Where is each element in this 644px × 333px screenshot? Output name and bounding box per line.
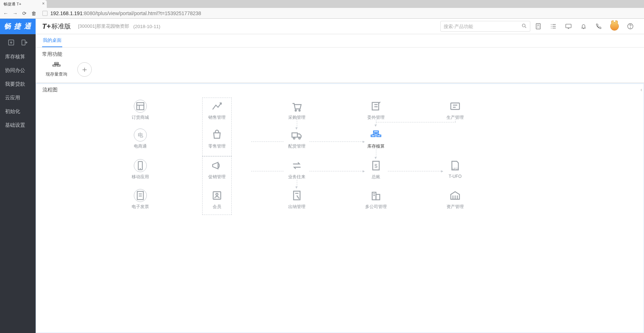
calculator-icon[interactable] — [535, 23, 542, 30]
node-label: 资产管理 — [446, 204, 464, 210]
tab-desktop[interactable]: 我的桌面 — [42, 34, 62, 47]
flow-node-mobile[interactable]: 移动应用 — [124, 159, 157, 180]
nav-back-icon[interactable]: ← — [3, 10, 9, 16]
node-label: 总账 — [372, 174, 380, 180]
production-icon — [449, 100, 462, 113]
collapse-icon[interactable]: ‹ — [640, 87, 642, 93]
flow-node-inventory-costing[interactable]: 库存核算 — [360, 129, 392, 149]
connector — [309, 171, 363, 171]
svg-rect-45 — [372, 103, 379, 110]
connector — [376, 122, 456, 122]
message-icon[interactable] — [565, 23, 572, 30]
sidebar-item-collab[interactable]: 协同办公 — [0, 64, 36, 77]
sidebar: 库存核算 协同办公 我要贷款 云应用 初始化 基础设置 — [0, 34, 36, 333]
flow-node-promotion[interactable]: 促销管理 — [201, 159, 233, 180]
quick-title: 常用功能 — [36, 48, 644, 61]
help-icon[interactable] — [627, 23, 634, 30]
svg-text:$: $ — [375, 163, 378, 169]
node-label: 促销管理 — [208, 174, 226, 180]
node-label: 生产管理 — [446, 114, 464, 121]
flow-node-outsource[interactable]: 委外管理 — [360, 100, 392, 121]
flow-node-retail[interactable]: 零售管理 — [201, 129, 233, 149]
flow-node-production[interactable]: 生产管理 — [439, 100, 471, 121]
quick-panel: 常用功能 现存量查询 ＋ — [36, 48, 644, 83]
svg-rect-54 — [372, 192, 376, 200]
svg-rect-21 — [55, 62, 58, 63]
node-label: 移动应用 — [132, 174, 149, 180]
main-area: 库存核算 协同办公 我要贷款 云应用 初始化 基础设置 我的桌面 常用功能 现存… — [0, 34, 644, 333]
svg-rect-47 — [371, 135, 375, 137]
svg-rect-22 — [53, 65, 56, 66]
list-icon[interactable] — [550, 23, 557, 30]
svg-rect-23 — [57, 65, 60, 66]
flow-node-sales[interactable]: 销售管理 — [201, 100, 233, 121]
svg-point-19 — [10, 42, 12, 43]
sales-icon — [210, 100, 223, 113]
page-icon — [42, 11, 47, 16]
sidebar-item-inventory[interactable]: 库存核算 — [0, 50, 36, 64]
flow-node-einvoice[interactable]: 电子发票 — [124, 189, 157, 210]
quick-item-stock-query[interactable]: 现存量查询 — [46, 61, 67, 77]
avatar-icon[interactable] — [610, 22, 619, 31]
flow-node-asset[interactable]: 资产管理 — [439, 189, 471, 210]
flow-node-ledger[interactable]: $ 总账 — [360, 159, 392, 180]
search-box[interactable] — [440, 21, 530, 32]
home-icon[interactable] — [7, 39, 15, 46]
trash-icon[interactable]: 🗑 — [31, 10, 37, 16]
flow-node-cashier[interactable]: 出纳管理 — [281, 189, 313, 210]
sidebar-item-init[interactable]: 初始化 — [0, 105, 36, 118]
url-port: :8080 — [82, 10, 95, 16]
outsource-icon — [369, 100, 382, 113]
transfer-icon — [290, 159, 303, 172]
logout-icon[interactable] — [21, 39, 28, 46]
sidebar-item-cloud[interactable]: 云应用 — [0, 91, 36, 105]
svg-rect-20 — [22, 40, 25, 45]
inventory-icon — [369, 129, 382, 141]
close-icon[interactable]: × — [42, 1, 45, 6]
search-icon[interactable] — [521, 23, 527, 30]
flow-node-purchase[interactable]: 采购管理 — [281, 100, 313, 121]
promotion-icon — [210, 159, 223, 172]
svg-rect-55 — [376, 194, 380, 200]
flow-node-order-mall[interactable]: 订货商城 — [124, 100, 157, 121]
node-label: 业务往来 — [288, 174, 305, 180]
sidebar-top-icons — [0, 37, 36, 50]
bell-icon[interactable] — [580, 23, 587, 30]
flow-node-distribution[interactable]: 配货管理 — [281, 129, 313, 149]
svg-point-39 — [299, 110, 300, 111]
search-input[interactable] — [444, 24, 521, 29]
mobile-icon — [134, 159, 147, 172]
flow-node-member[interactable]: 会员 — [201, 189, 233, 210]
svg-rect-28 — [137, 103, 144, 110]
node-label: 订货商城 — [132, 114, 149, 121]
node-label: 多公司管理 — [365, 204, 387, 210]
flow-node-ecommerce[interactable]: 电 电商通 — [124, 129, 157, 149]
page-tabs: 我的桌面 — [36, 34, 644, 48]
reload-icon[interactable]: ⟳ — [22, 10, 27, 16]
sidebar-item-loan[interactable]: 我要贷款 — [0, 77, 36, 91]
node-label: 库存核算 — [367, 143, 385, 149]
stock-query-icon — [51, 61, 62, 70]
invoice-icon — [134, 189, 147, 202]
browser-tab[interactable]: 畅捷通 T+ × — [0, 0, 47, 8]
node-label: 零售管理 — [208, 143, 226, 149]
svg-line-1 — [525, 27, 526, 28]
flow-node-business[interactable]: 业务往来 — [281, 159, 313, 180]
connector — [309, 141, 363, 142]
nav-forward-icon[interactable]: → — [12, 10, 18, 16]
phone-icon[interactable] — [595, 23, 602, 30]
flow-node-tufo[interactable]: UFO T-UFO — [439, 159, 471, 179]
url-bar[interactable]: 192.168.1.191:8080/tplus/view/portal/por… — [40, 10, 641, 16]
flow-node-multicompany[interactable]: 多公司管理 — [360, 189, 392, 210]
connector — [251, 171, 284, 171]
node-label: 配货管理 — [288, 143, 305, 149]
svg-point-17 — [630, 28, 631, 28]
brand-logo: 畅 捷 通 — [0, 19, 36, 34]
sidebar-item-basic[interactable]: 基础设置 — [0, 118, 36, 132]
node-label: T-UFO — [449, 174, 462, 179]
node-label: 采购管理 — [288, 114, 305, 121]
purchase-icon — [290, 100, 303, 113]
svg-point-37 — [216, 193, 218, 195]
add-button[interactable]: ＋ — [77, 62, 92, 77]
report-icon: UFO — [449, 159, 462, 172]
